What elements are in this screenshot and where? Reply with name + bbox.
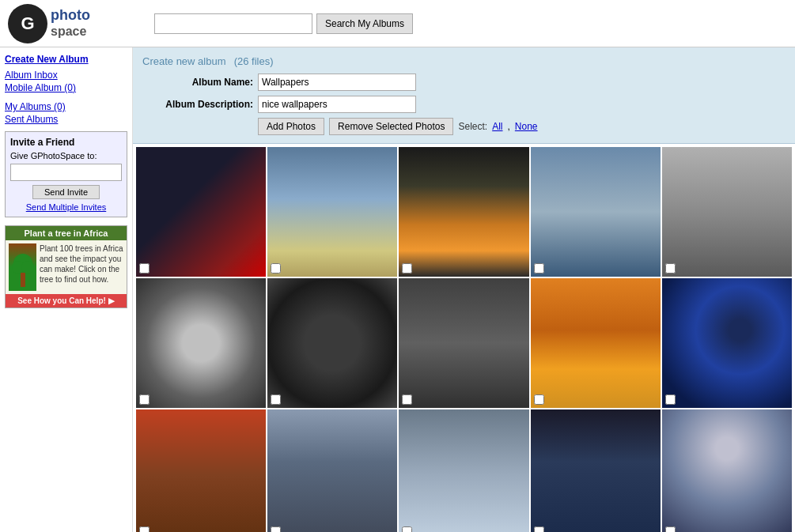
- select-none-link[interactable]: None: [515, 121, 538, 132]
- send-invite-button[interactable]: Send Invite: [32, 185, 100, 199]
- photo-cell: [531, 278, 661, 408]
- album-name-label: Album Name:: [142, 77, 253, 88]
- photo-select-checkbox[interactable]: [402, 263, 412, 274]
- ad-body: Plant 100 trees in Africa and see the im…: [6, 240, 127, 294]
- sent-albums-link[interactable]: Sent Albums: [5, 114, 127, 125]
- photo-thumbnail: [399, 147, 528, 277]
- album-desc-row: Album Description:: [142, 96, 786, 113]
- photo-thumbnail: [531, 409, 661, 532]
- photo-cell: [267, 409, 397, 532]
- mobile-album-link[interactable]: Mobile Album (0): [5, 82, 127, 93]
- svg-point-3: [21, 261, 34, 274]
- photo-select-checkbox[interactable]: [534, 526, 544, 532]
- send-multiple-link[interactable]: Send Multiple Invites: [10, 202, 122, 212]
- album-desc-label: Album Description:: [142, 99, 253, 110]
- photo-cell: [662, 147, 792, 277]
- photo-thumbnail: [662, 147, 792, 277]
- page-title: Create new album (26 files): [142, 54, 786, 67]
- album-name-row: Album Name:: [142, 74, 786, 91]
- add-photos-button[interactable]: Add Photos: [258, 118, 324, 135]
- sidebar: Create New Album Album Inbox Mobile Albu…: [0, 47, 133, 532]
- photo-select-checkbox[interactable]: [534, 263, 544, 274]
- photo-select-checkbox[interactable]: [139, 526, 150, 532]
- photo-cell: [136, 278, 266, 408]
- photo-cell: [662, 409, 792, 532]
- photo-cell: [399, 278, 528, 408]
- photo-thumbnail: [267, 147, 397, 277]
- my-albums-link[interactable]: My Albums (0): [5, 101, 127, 112]
- header: G photospace Search My Albums: [0, 0, 795, 47]
- album-name-input[interactable]: [258, 74, 416, 91]
- ad-box: Plant a tree in Africa Plant 100 trees i…: [5, 225, 127, 308]
- select-label: Select:: [458, 121, 487, 132]
- photo-thumbnail: [399, 409, 528, 532]
- search-albums-button[interactable]: Search My Albums: [316, 13, 413, 34]
- photo-thumbnail: [662, 278, 792, 408]
- photo-cell: [531, 147, 661, 277]
- photo-select-checkbox[interactable]: [402, 394, 412, 405]
- photo-select-checkbox[interactable]: [271, 394, 281, 405]
- photo-thumbnail: [267, 278, 397, 408]
- content-area: Create new album (26 files) Album Name: …: [133, 47, 795, 532]
- invite-box: Invite a Friend Give GPhotoSpace to: Sen…: [5, 131, 127, 217]
- ad-cta-button[interactable]: See How you Can Help! ▶: [6, 294, 127, 308]
- photo-cell: [662, 278, 792, 408]
- content-header: Create new album (26 files) Album Name: …: [133, 47, 795, 144]
- photo-thumbnail: [399, 278, 528, 408]
- photo-cell: [399, 147, 528, 277]
- logo-text: photospace: [51, 8, 90, 40]
- svg-rect-0: [21, 271, 25, 287]
- photo-select-checkbox[interactable]: [665, 394, 676, 405]
- photo-thumbnail: [662, 409, 792, 532]
- actions-row: Add Photos Remove Selected Photos Select…: [258, 118, 786, 135]
- album-inbox-link[interactable]: Album Inbox: [5, 70, 127, 81]
- logo-icon: G: [8, 4, 47, 43]
- photo-select-checkbox[interactable]: [665, 263, 676, 274]
- ad-text: Plant 100 trees in Africa and see the im…: [40, 243, 123, 291]
- photo-thumbnail: [267, 409, 397, 532]
- photo-select-checkbox[interactable]: [271, 526, 281, 532]
- main-layout: Create New Album Album Inbox Mobile Albu…: [0, 47, 795, 532]
- album-desc-input[interactable]: [258, 96, 416, 113]
- photo-cell: [136, 409, 266, 532]
- invite-input[interactable]: [10, 164, 122, 181]
- photo-select-checkbox[interactable]: [139, 394, 150, 405]
- invite-title: Invite a Friend: [10, 137, 122, 148]
- photo-select-checkbox[interactable]: [139, 263, 150, 274]
- search-input[interactable]: [154, 13, 312, 34]
- photo-thumbnail: [531, 278, 661, 408]
- photo-select-checkbox[interactable]: [271, 263, 281, 274]
- photo-thumbnail: [136, 278, 266, 408]
- photo-thumbnail: [136, 147, 266, 277]
- remove-selected-button[interactable]: Remove Selected Photos: [329, 118, 453, 135]
- photo-select-checkbox[interactable]: [534, 394, 544, 405]
- logo: G photospace: [8, 4, 138, 43]
- photo-cell: [136, 147, 266, 277]
- invite-label: Give GPhotoSpace to:: [10, 151, 122, 160]
- photo-grid: [136, 147, 792, 532]
- ad-image: [9, 243, 36, 291]
- photo-cell: [267, 278, 397, 408]
- select-all-link[interactable]: All: [492, 121, 502, 132]
- photo-thumbnail: [136, 409, 266, 532]
- photo-cell: [399, 409, 528, 532]
- create-new-album-link[interactable]: Create New Album: [5, 54, 127, 65]
- photo-grid-wrapper: [133, 144, 795, 532]
- search-area: Search My Albums: [154, 13, 413, 34]
- photo-select-checkbox[interactable]: [402, 526, 412, 532]
- photo-thumbnail: [531, 147, 661, 277]
- photo-cell: [531, 409, 661, 532]
- ad-title: Plant a tree in Africa: [6, 226, 127, 240]
- photo-select-checkbox[interactable]: [665, 526, 676, 532]
- arrow-icon: ▶: [108, 296, 115, 305]
- photo-cell: [267, 147, 397, 277]
- select-separator: ,: [508, 121, 510, 132]
